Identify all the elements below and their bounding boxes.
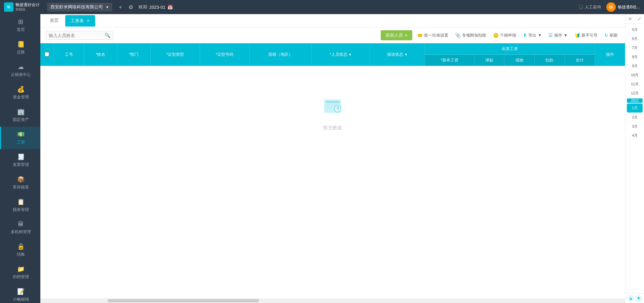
sidebar-item-fund[interactable]: 💰 资金管理 xyxy=(0,82,40,104)
actions-header: 操作 xyxy=(595,43,625,66)
guide-button[interactable]: 🔰 新手引导 xyxy=(572,31,600,40)
sidebar-item-label: 工资 xyxy=(17,139,25,145)
sidebar-item-archive[interactable]: 📁 归档管理 xyxy=(0,261,40,284)
expense-icon: 📝 xyxy=(17,288,25,295)
operations-button[interactable]: ☰ 操作 ▼ xyxy=(546,31,570,40)
deductions-header: 扣款 xyxy=(534,55,565,66)
month-item[interactable]: 6月 xyxy=(626,34,644,43)
sidebar-item-home[interactable]: ⊞ 首页 xyxy=(0,14,40,37)
table-container: 工号 *姓名 *部门 *证型类型 *证型号码 国籍（地区） *人员状态 ▼ 报送… xyxy=(40,43,625,298)
salary-icon: 💵 xyxy=(17,131,25,138)
svg-rect-1 xyxy=(326,101,339,103)
cloud-icon: ☁ xyxy=(18,63,24,71)
period-label: 账期 xyxy=(139,4,147,10)
right-panel-header: ✕ ⤢ xyxy=(626,14,644,24)
total-header: 合计 xyxy=(565,55,595,66)
report-filter-icon[interactable]: ▼ xyxy=(404,53,408,56)
user-info[interactable]: 畅 畅捷通B组... xyxy=(606,2,640,12)
guide-label: 新手引导 xyxy=(581,33,598,38)
sidebar-item-tax[interactable]: 📋 税务管理 xyxy=(0,194,40,217)
tax-report-button[interactable]: 🪙 个税申报 xyxy=(491,31,518,40)
operations-dropdown-arrow: ▼ xyxy=(564,33,568,38)
guide-toolbar-icon: 🔰 xyxy=(574,33,580,38)
tab-home[interactable]: 首页 xyxy=(44,15,64,27)
add-button[interactable]: ＋ xyxy=(116,2,124,12)
export-icon: ⬆ xyxy=(523,33,527,38)
special-deduction-icon: 📎 xyxy=(455,33,461,38)
fixed-assets-icon: 🏢 xyxy=(17,108,25,116)
department-header: *部门 xyxy=(117,43,151,66)
main-layout: ⊞ 首页 📒 总账 ☁ 云报表中心 💰 资金管理 🏢 固定资产 💵 工资 🧾 发… xyxy=(0,14,644,303)
refresh-button[interactable]: ↻ 刷新 xyxy=(602,31,620,40)
month-item[interactable]: 2月 xyxy=(626,113,644,122)
right-panel: ✕ ⤢ 5月 6月 7月 8月 9月 10月 11月 12月 2023 1月 2… xyxy=(625,14,644,303)
panel-expand-button[interactable]: ⤢ xyxy=(637,15,642,22)
search-icon[interactable]: 🔍 xyxy=(105,33,110,38)
sidebar-item-label: 税务管理 xyxy=(13,207,29,213)
month-item[interactable]: 9月 xyxy=(626,61,644,71)
search-input[interactable] xyxy=(49,33,103,38)
tab-salary-table[interactable]: 工资表 ✕ xyxy=(65,15,95,27)
select-all-checkbox[interactable] xyxy=(45,52,49,56)
panel-up-button[interactable]: ▲ xyxy=(628,295,634,302)
status-header: *人员状态 ▼ xyxy=(311,43,370,66)
month-item[interactable]: 8月 xyxy=(626,52,644,61)
sidebar-item-close[interactable]: 🔒 结账 xyxy=(0,239,40,261)
company-selector[interactable]: 西安虾米网络科技有限公司 ▼ xyxy=(47,3,112,11)
horizontal-scrollbar[interactable] xyxy=(108,299,259,302)
export-button[interactable]: ⬆ 导出 ▼ xyxy=(521,31,544,40)
company-dropdown-arrow: ▼ xyxy=(106,5,109,9)
sidebar-item-inventory[interactable]: 📦 库存核算 xyxy=(0,172,40,194)
sidebar-item-label: 结账 xyxy=(17,252,25,257)
sidebar-item-label: 固定资产 xyxy=(13,117,29,123)
sidebar-item-expense[interactable]: 📝 小畅报销 xyxy=(0,284,40,303)
panel-down-button[interactable]: ▼ xyxy=(635,295,642,302)
month-item[interactable]: 11月 xyxy=(626,80,644,89)
sidebar-item-label: 云报表中心 xyxy=(11,72,31,78)
status-filter-icon[interactable]: ▼ xyxy=(348,53,352,56)
service-button[interactable]: 🎧 人工咨询 xyxy=(578,4,601,10)
add-person-dropdown-arrow: ▼ xyxy=(404,34,408,37)
toolbar: 🔍 添加人员 ▼ 🤝 统一社保设置 📎 专项附加扣除 🪙 个税申报 xyxy=(40,28,625,43)
month-item[interactable]: 7月 xyxy=(626,43,644,52)
sidebar-item-ledger[interactable]: 📒 总账 xyxy=(0,37,40,59)
service-label: 人工咨询 xyxy=(585,4,601,10)
settings-button[interactable]: ⚙ xyxy=(127,3,135,12)
logo-area: 畅 畅捷通好会计 旗舰版 xyxy=(4,2,44,12)
sidebar-item-cloud-report[interactable]: ☁ 云报表中心 xyxy=(0,59,40,82)
inventory-icon: 📦 xyxy=(17,176,25,183)
sidebar-item-salary[interactable]: 💵 工资 xyxy=(0,127,40,149)
calendar-icon[interactable]: 📅 xyxy=(167,5,173,10)
sidebar-item-invoice[interactable]: 🧾 发票管理 xyxy=(0,149,40,172)
no-data-area: ? 暂无数据 xyxy=(40,66,625,158)
top-header: 畅 畅捷通好会计 旗舰版 西安虾米网络科技有限公司 ▼ ＋ ⚙ 账期 2023-… xyxy=(0,0,644,14)
no-data-text: 暂无数据 xyxy=(323,125,342,131)
employee-no-header: 工号 xyxy=(54,43,84,66)
search-wrap: 🔍 xyxy=(46,31,113,40)
sidebar-item-label: 资金管理 xyxy=(13,94,29,100)
basic-salary-header: *基本工资 xyxy=(425,55,474,66)
panel-close-button[interactable]: ✕ xyxy=(628,15,633,22)
tax-icon: 📋 xyxy=(17,198,25,206)
month-item[interactable]: 12月 xyxy=(626,89,644,98)
name-header: *姓名 xyxy=(84,43,117,66)
add-person-button[interactable]: 添加人员 ▼ xyxy=(381,30,412,40)
top-right: 🎧 人工咨询 畅 畅捷通B组... xyxy=(578,2,640,12)
tab-close-button[interactable]: ✕ xyxy=(86,18,90,23)
month-item[interactable]: 3月 xyxy=(626,122,644,131)
scroll-bar-area xyxy=(40,298,625,303)
content-area: 首页 工资表 ✕ 🔍 添加人员 ▼ 🤝 统一社保设置 xyxy=(40,14,625,303)
social-insurance-button[interactable]: 🤝 统一社保设置 xyxy=(415,31,450,40)
checkbox-column-header[interactable] xyxy=(40,43,54,66)
month-item[interactable]: 4月 xyxy=(626,131,644,140)
performance-header: 绩效 xyxy=(504,55,535,66)
toolbar-right: 添加人员 ▼ 🤝 统一社保设置 📎 专项附加扣除 🪙 个税申报 ⬆ 导 xyxy=(381,30,620,40)
export-dropdown-arrow: ▼ xyxy=(538,33,542,38)
special-deduction-button[interactable]: 📎 专项附加扣除 xyxy=(453,31,488,40)
month-item-current[interactable]: 1月 xyxy=(627,103,643,113)
sidebar-item-multi-org[interactable]: 🏛 多机构管理 xyxy=(0,217,40,239)
month-item[interactable]: 10月 xyxy=(626,71,644,80)
sidebar-item-fixed-assets[interactable]: 🏢 固定资产 xyxy=(0,104,40,127)
month-item[interactable]: 5月 xyxy=(626,25,644,34)
sidebar-item-label: 发票管理 xyxy=(13,162,29,168)
